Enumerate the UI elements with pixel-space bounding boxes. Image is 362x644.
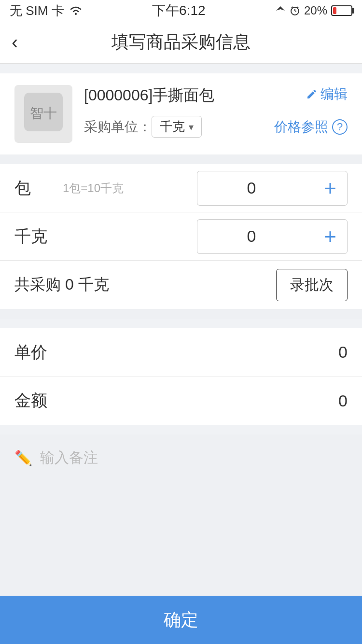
amount-row: 金额 0 [0, 377, 362, 425]
edit-label: 编辑 [320, 85, 348, 103]
confirm-label: 确定 [164, 608, 198, 632]
product-image: 智十 [14, 85, 72, 143]
battery-percent: 20% [304, 4, 327, 17]
content-area [0, 481, 362, 602]
status-right: 20% [275, 4, 352, 17]
kg-input-row: 千克 + [0, 212, 362, 261]
amount-label: 金额 [14, 390, 338, 412]
edit-icon [306, 88, 318, 100]
confirm-button[interactable]: 确定 [0, 596, 362, 644]
nav-bar: ‹ 填写商品采购信息 [0, 21, 362, 64]
price-ref-button[interactable]: 价格参照 ? [274, 118, 348, 136]
input-section: 包 1包=10千克 + 千克 + 共采购 0 千克 录批次 [0, 164, 362, 309]
pencil-icon: ✏️ [14, 449, 32, 466]
status-bar: 无 SIM 卡 下午6:12 20% [0, 0, 362, 21]
note-placeholder: 输入备注 [40, 448, 98, 468]
location-icon [275, 5, 286, 16]
kg-plus-button[interactable]: + [313, 219, 348, 254]
edit-button[interactable]: 编辑 [306, 85, 348, 103]
page-title: 填写商品采购信息 [111, 30, 251, 54]
bag-input-wrapper: + [197, 171, 348, 206]
kg-label: 千克 [14, 225, 53, 248]
kg-input-wrapper: + [197, 219, 348, 254]
summary-text: 共采购 0 千克 [14, 274, 276, 295]
wifi-icon [69, 6, 83, 15]
amount-value: 0 [338, 392, 348, 410]
price-ref-label: 价格参照 [274, 118, 328, 136]
unit-select[interactable]: 千克 ▾ [152, 116, 202, 138]
product-logo: 智十 [24, 93, 63, 136]
bag-input[interactable] [197, 171, 313, 206]
price-ref-help-icon: ? [332, 119, 348, 135]
status-left: 无 SIM 卡 [10, 2, 83, 19]
carrier-text: 无 SIM 卡 [10, 2, 64, 19]
bag-label: 包 [14, 177, 53, 199]
product-bottom-row: 采购单位： 千克 ▾ 价格参照 ? [84, 116, 348, 138]
kg-input[interactable] [197, 219, 313, 254]
svg-text:智十: 智十 [30, 106, 57, 121]
summary-row: 共采购 0 千克 录批次 [0, 261, 362, 309]
section-divider-2 [0, 309, 362, 319]
bag-input-row: 包 1包=10千克 + [0, 164, 362, 212]
unit-price-value: 0 [338, 343, 348, 362]
unit-price-row: 单价 0 [0, 328, 362, 377]
section-divider-1 [0, 154, 362, 164]
unit-label: 采购单位： [84, 118, 152, 136]
unit-value: 千克 [160, 118, 185, 135]
unit-arrow-icon: ▾ [189, 121, 194, 133]
svg-point-0 [75, 13, 77, 15]
product-card: 智十 [0000006]手撕面包 采购单位： 千克 ▾ 价格参照 ? 编辑 [0, 73, 362, 154]
unit-price-label: 单价 [14, 341, 338, 364]
note-section[interactable]: ✏️ 输入备注 [0, 434, 362, 481]
battery-icon [331, 5, 352, 16]
bag-plus-button[interactable]: + [313, 171, 348, 206]
batch-button[interactable]: 录批次 [276, 269, 348, 301]
back-button[interactable]: ‹ [12, 31, 18, 53]
status-time: 下午6:12 [152, 1, 206, 20]
bag-sublabel: 1包=10千克 [63, 181, 187, 196]
info-section: 单价 0 金额 0 [0, 328, 362, 425]
alarm-icon [290, 5, 300, 16]
